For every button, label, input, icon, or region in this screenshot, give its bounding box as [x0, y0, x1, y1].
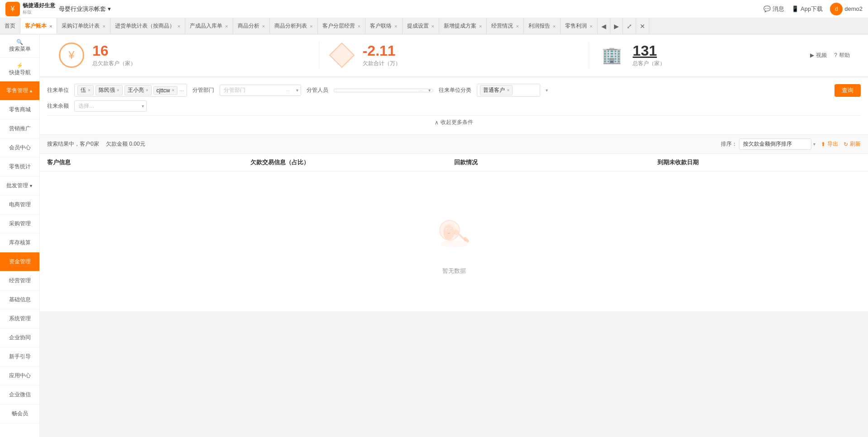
chevron-down-icon: ▾: [108, 5, 111, 12]
filter-row-2: 往来余额 选择... ▾: [47, 100, 861, 112]
dept-select-wrapper: 分管部门 ▾ ···: [220, 85, 301, 96]
tab-inbound-stats[interactable]: 进货单统计表（按商品） ×: [110, 18, 185, 34]
tab-close-icon[interactable]: ×: [432, 24, 434, 29]
tab-incentive[interactable]: 提成设置 ×: [403, 18, 439, 34]
sidebar-item-system[interactable]: 系统管理: [0, 309, 39, 328]
tab-maximize[interactable]: ⤢: [623, 18, 636, 34]
tab-product-list[interactable]: 商品分析列表 ×: [270, 18, 317, 34]
col-debt-header: 欠款交易信息（占比）: [250, 158, 454, 166]
tag-wu[interactable]: 伍 ×: [77, 85, 94, 95]
tab-close-icon[interactable]: ×: [49, 24, 52, 29]
tab-nav-left[interactable]: ◀: [598, 18, 610, 34]
sidebar-item-new-guide[interactable]: 新手引导: [0, 347, 39, 366]
sidebar-item-wholesale[interactable]: 批发管理 ▼: [0, 176, 39, 195]
tag-normal-close[interactable]: ×: [507, 88, 509, 93]
sidebar-item-enterprise-collab[interactable]: 企业协同: [0, 328, 39, 347]
tag-chenminqiang[interactable]: 陈民强 ×: [96, 85, 123, 95]
refresh-btn[interactable]: ↻ 刷新: [844, 140, 861, 148]
customers-icon: ¥: [58, 42, 85, 69]
tab-close-icon[interactable]: ×: [516, 24, 518, 29]
tab-product-analysis[interactable]: 商品分析 ×: [233, 18, 270, 34]
balance-select[interactable]: 选择...: [74, 100, 147, 112]
tab-close-icon[interactable]: ×: [262, 24, 265, 29]
chevron-up-icon: ∧: [435, 119, 439, 126]
sidebar-item-purchase[interactable]: 采购管理: [0, 214, 39, 233]
svg-point-0: [441, 240, 468, 247]
dept-clear-icon[interactable]: ···: [286, 88, 290, 93]
tag-normal-customer[interactable]: 普通客户 ×: [480, 85, 513, 95]
sidebar-item-member[interactable]: 会员中心: [0, 138, 39, 157]
sidebar-item-retail-mgmt[interactable]: 零售管理 ▲: [0, 81, 39, 100]
user-menu[interactable]: d demo2: [830, 3, 863, 15]
stat-actions: ▶ 视频 ? 帮助: [810, 52, 850, 59]
tab-home[interactable]: 首页: [0, 18, 20, 34]
tab-close-icon[interactable]: ×: [310, 24, 312, 29]
tab-production[interactable]: 产成品入库单 ×: [185, 18, 233, 34]
sidebar-item-basic-info[interactable]: 基础信息: [0, 290, 39, 309]
query-button[interactable]: 查询: [834, 84, 861, 97]
col-date-header: 到期未收款日期: [657, 158, 861, 166]
tab-new-incentive[interactable]: 新增提成方案 ×: [439, 18, 487, 34]
tag-cjttcw[interactable]: cjttcw ×: [153, 86, 178, 95]
diamond-icon: [329, 43, 355, 68]
tab-close-icon[interactable]: ×: [358, 24, 360, 29]
tab-close-icon[interactable]: ×: [394, 24, 397, 29]
sidebar-item-finance[interactable]: 资金管理: [0, 252, 39, 271]
video-btn[interactable]: ▶ 视频: [810, 52, 827, 59]
logo-sub: 标版: [23, 9, 55, 15]
tab-close-icon[interactable]: ×: [225, 24, 228, 29]
sidebar-item-inventory[interactable]: 库存核算: [0, 233, 39, 252]
unit-tag-input[interactable]: 伍 × 陈民强 × 王小亮 × cjttcw × ···: [74, 84, 187, 97]
tab-label: 商品分析: [238, 22, 259, 30]
tab-label: 利润报告: [528, 22, 550, 30]
more-tags-btn[interactable]: ···: [179, 87, 184, 94]
tab-nav-right[interactable]: ▶: [610, 18, 623, 34]
tab-operations[interactable]: 经营情况 ×: [487, 18, 523, 34]
stat-total-info: 131 总客户（家）: [633, 43, 665, 67]
sidebar-item-search[interactable]: 🔍 搜索菜单: [0, 34, 39, 58]
tag-wang-close[interactable]: ×: [146, 88, 149, 93]
tab-retail-profit[interactable]: 零售利润 ×: [561, 18, 597, 34]
tag-wangxiaoliang[interactable]: 王小亮 ×: [125, 85, 152, 95]
logo-text-area: 畅捷通好生意 标版: [23, 2, 55, 15]
message-btn[interactable]: 💬 消息: [763, 5, 784, 13]
filter-row-1: 往来单位 伍 × 陈民强 × 王小亮 × cjttcw: [47, 84, 861, 97]
sidebar-item-enterprise-wechat[interactable]: 企业微信: [0, 385, 39, 404]
tab-close-all[interactable]: ✕: [636, 18, 649, 34]
sidebar-item-retail-stats[interactable]: 零售统计: [0, 157, 39, 176]
tab-close-icon[interactable]: ×: [553, 24, 556, 29]
tab-customer-tier[interactable]: 客户分层经营 ×: [318, 18, 365, 34]
tab-purchase-order[interactable]: 采购订单统计表 ×: [57, 18, 110, 34]
tag-wu-close[interactable]: ×: [88, 88, 91, 93]
tab-close-icon[interactable]: ×: [177, 24, 180, 29]
export-btn[interactable]: ⬆ 导出: [821, 140, 838, 148]
tab-customer-contact[interactable]: 客户联络 ×: [365, 18, 402, 34]
sidebar-item-operations[interactable]: 经营管理: [0, 271, 39, 290]
sidebar-item-premium[interactable]: 畅会员: [0, 404, 39, 423]
manager-more-icon[interactable]: ···: [418, 88, 422, 93]
empty-illustration: [432, 208, 477, 261]
tab-close-icon[interactable]: ×: [479, 24, 482, 29]
tab-profit-report[interactable]: 利润报告 ×: [524, 18, 561, 34]
tag-cjttcw-close[interactable]: ×: [172, 88, 175, 93]
tab-label: 新增提成方案: [444, 22, 476, 30]
tab-close-icon[interactable]: ×: [590, 24, 592, 29]
tab-customer-book[interactable]: 客户账本 ×: [20, 18, 57, 34]
tab-close-icon[interactable]: ×: [102, 24, 105, 29]
unit-type-input[interactable]: 普通客户 ×: [477, 84, 540, 97]
tab-label: 产成品入库单: [190, 22, 222, 30]
app-download-btn[interactable]: 📱 App下载: [791, 5, 823, 13]
sidebar-item-marketing[interactable]: 营销推广: [0, 119, 39, 138]
sort-select[interactable]: 按欠款金额倒序排序: [739, 138, 811, 150]
help-icon: ?: [834, 52, 837, 58]
sidebar-item-app-center[interactable]: 应用中心: [0, 366, 39, 385]
collapse-btn[interactable]: ∧ 收起更多条件: [435, 119, 473, 126]
workspace-selector[interactable]: 母婴行业演示帐套 ▾: [59, 5, 111, 13]
logo-text: 畅捷通好生意: [23, 2, 55, 9]
sidebar-item-retail-mall[interactable]: 零售商城: [0, 100, 39, 119]
sidebar-item-ecommerce[interactable]: 电商管理: [0, 195, 39, 214]
tag-chen-close[interactable]: ×: [117, 88, 120, 93]
debt-amount: -2.11: [363, 43, 401, 58]
help-btn[interactable]: ? 帮助: [834, 52, 850, 59]
sidebar-item-quick-nav[interactable]: ⚡ 快捷导航: [0, 58, 39, 81]
